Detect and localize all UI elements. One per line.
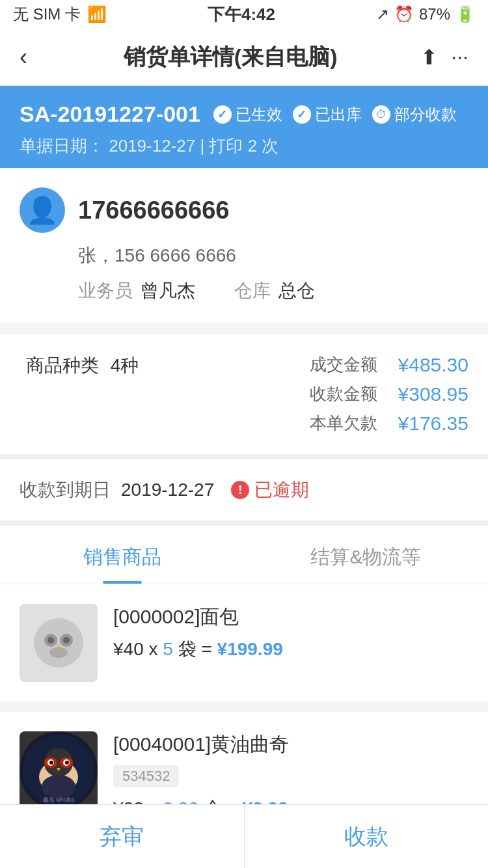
due-date-value: 2019-12-27 xyxy=(121,480,214,500)
check-icon-2: ✓ xyxy=(293,105,311,124)
svg-point-0 xyxy=(34,618,83,668)
svg-text:鑫岛 whoika: 鑫岛 whoika xyxy=(43,796,75,803)
battery-icon: 🔋 xyxy=(455,5,475,23)
salesperson-name: 曾凡杰 xyxy=(141,278,195,303)
more-icon[interactable]: ··· xyxy=(451,45,468,69)
salesperson-item: 业务员 曾凡杰 xyxy=(78,278,195,303)
tabs-bar: 销售商品 结算&物流等 xyxy=(0,526,488,584)
receipt-amount-row: 收款金额 ¥308.95 xyxy=(310,383,468,405)
warehouse-name: 总仓 xyxy=(278,278,315,303)
battery-percent: 87% xyxy=(419,5,450,23)
banner-badges: ✓ 已生效 ✓ 已出库 ⏱ 部分收款 xyxy=(213,104,457,125)
print-count: | 打印 2 次 xyxy=(200,136,278,156)
overdue-badge: ! 已逾期 xyxy=(231,478,309,502)
equals-1: = xyxy=(201,639,217,659)
due-label: 收款到期日 xyxy=(20,478,111,502)
category-info: 商品种类 4种 xyxy=(20,353,139,378)
cancel-audit-button[interactable]: 弃审 xyxy=(0,805,245,868)
product-name-2: [00040001]黄油曲奇 xyxy=(113,731,468,758)
back-button[interactable]: ‹ xyxy=(20,44,40,71)
thumb-placeholder-1 xyxy=(20,604,98,682)
unit-1: 袋 xyxy=(178,639,197,659)
location-icon: ↗ xyxy=(376,5,389,23)
due-date-section: 收款到期日 2019-12-27 ! 已逾期 xyxy=(0,459,488,526)
banner-top-row: SA-20191227-001 ✓ 已生效 ✓ 已出库 ⏱ 部分收款 xyxy=(20,102,468,127)
status-left: 无 SIM 卡 📶 xyxy=(13,4,107,25)
avatar: 👤 xyxy=(20,187,65,233)
badge-effective: ✓ 已生效 xyxy=(213,104,282,125)
customer-phone: 17666666666 xyxy=(78,197,229,224)
svg-point-3 xyxy=(47,637,54,644)
overdue-icon: ! xyxy=(231,481,249,499)
wifi-icon: 📶 xyxy=(87,5,107,23)
product-list: [0000002]面包 ¥40 x 5 袋 = ¥199.99 xyxy=(0,584,488,841)
category-value: 4种 xyxy=(111,355,139,375)
svg-point-15 xyxy=(49,761,53,765)
stats-section: 商品种类 4种 成交金额 ¥485.30 收款金额 ¥308.95 本单欠款 ¥… xyxy=(0,334,488,459)
deal-value: ¥485.30 xyxy=(390,354,468,376)
order-date: 2019-12-27 xyxy=(109,136,195,156)
owed-amount-row: 本单欠款 ¥176.35 xyxy=(310,412,468,435)
total-1: ¥199.99 xyxy=(217,639,283,659)
qty-1: 5 xyxy=(163,639,173,659)
customer-name-detail: 张，156 6666 6666 xyxy=(20,243,468,268)
nav-bar: ‹ 销货单详情(来自电脑) ⬆ ··· xyxy=(0,29,488,86)
svg-point-4 xyxy=(63,637,70,644)
badge-partial-payment: ⏱ 部分收款 xyxy=(372,104,457,125)
owl-icon-1 xyxy=(33,617,85,669)
owed-label: 本单欠款 xyxy=(310,412,377,435)
operator-1: x xyxy=(149,639,163,659)
collect-payment-button[interactable]: 收款 xyxy=(245,805,489,868)
product-item: [0000002]面包 ¥40 x 5 袋 = ¥199.99 xyxy=(0,584,488,701)
order-id: SA-20191227-001 xyxy=(20,102,200,127)
tab-settlement[interactable]: 结算&物流等 xyxy=(244,526,488,584)
customer-meta: 业务员 曾凡杰 仓库 总仓 xyxy=(20,278,468,303)
bottom-bar: 弃审 收款 xyxy=(0,804,488,868)
carrier-text: 无 SIM 卡 xyxy=(13,4,81,25)
badge-shipped: ✓ 已出库 xyxy=(293,104,362,125)
product-price-1: ¥40 x 5 袋 = ¥199.99 xyxy=(113,637,468,662)
product-image-2: 鑫岛 whoika xyxy=(20,731,98,809)
price-unit-1: ¥40 xyxy=(113,639,144,659)
banner-date-row: 单据日期： 2019-12-27 | 打印 2 次 xyxy=(20,135,468,157)
customer-section: 👤 17666666666 张，156 6666 6666 业务员 曾凡杰 仓库… xyxy=(0,168,488,323)
financial-stats: 成交金额 ¥485.30 收款金额 ¥308.95 本单欠款 ¥176.35 xyxy=(310,353,468,435)
page-title: 销货单详情(来自电脑) xyxy=(40,42,420,72)
warehouse-label: 仓库 xyxy=(234,278,271,303)
product-info-1: [0000002]面包 ¥40 x 5 袋 = ¥199.99 xyxy=(113,604,468,662)
header-banner: SA-20191227-001 ✓ 已生效 ✓ 已出库 ⏱ 部分收款 xyxy=(0,86,488,168)
deal-label: 成交金额 xyxy=(310,353,377,376)
status-time: 下午4:42 xyxy=(208,3,275,26)
clock-icon: ⏱ xyxy=(372,105,390,124)
share-icon[interactable]: ⬆ xyxy=(420,45,438,70)
deal-amount-row: 成交金额 ¥485.30 xyxy=(310,353,468,376)
receipt-label: 收款金额 xyxy=(310,383,377,405)
salesperson-label: 业务员 xyxy=(78,278,133,303)
product-name-1: [0000002]面包 xyxy=(113,604,468,631)
status-right: ↗ ⏰ 87% 🔋 xyxy=(376,5,475,23)
avatar-icon: 👤 xyxy=(26,195,59,226)
customer-row: 👤 17666666666 xyxy=(20,187,468,233)
category-label: 商品种类 xyxy=(26,355,99,375)
product-tag-2: 534532 xyxy=(113,765,179,787)
svg-point-16 xyxy=(65,761,69,765)
date-label: 单据日期： xyxy=(20,136,104,156)
product-thumbnail-1 xyxy=(20,604,98,682)
warehouse-item: 仓库 总仓 xyxy=(234,278,315,303)
svg-point-18 xyxy=(42,775,75,798)
check-icon-1: ✓ xyxy=(213,105,232,124)
owed-value: ¥176.35 xyxy=(390,413,468,435)
receipt-value: ¥308.95 xyxy=(390,383,468,405)
overdue-text: 已逾期 xyxy=(254,478,309,502)
tab-products[interactable]: 销售商品 xyxy=(0,526,244,584)
nav-actions: ⬆ ··· xyxy=(420,45,468,70)
status-bar: 无 SIM 卡 📶 下午4:42 ↗ ⏰ 87% 🔋 xyxy=(0,0,488,29)
alarm-icon: ⏰ xyxy=(394,5,414,23)
product-thumbnail-2: 鑫岛 whoika xyxy=(20,731,98,809)
